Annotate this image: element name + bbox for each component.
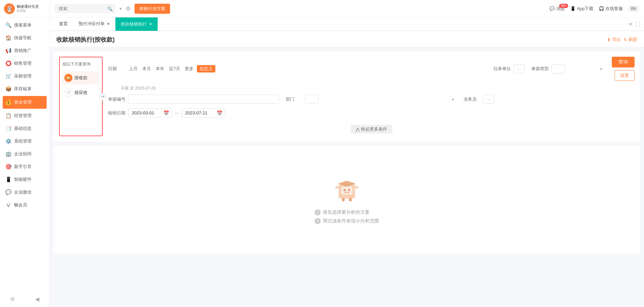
filter-option-receivable-label: 按应收 — [74, 90, 88, 96]
topbar-chevron-down-icon[interactable]: ▾ — [119, 6, 122, 11]
sidebar-item-guide[interactable]: 🎯 新手引导 — [0, 160, 49, 173]
sidebar-item-hardware-label: 智能硬件 — [14, 176, 32, 183]
sidebar-item-finance[interactable]: 💰 资金管理 — [3, 96, 47, 109]
filter-row-1: 日期 上月 本月 本年 近7天 更多 自定义 往来单位 ··· — [108, 57, 635, 81]
verify-date-field-group: 核销日期 📅 — 📅 — [108, 108, 635, 117]
date-shortcuts: 上月 本月 本年 近7天 更多 自定义 — [127, 65, 215, 72]
collapse-sidebar-icon[interactable]: ◀︎ — [33, 294, 41, 304]
sidebar-item-enterprise[interactable]: 🏢 企业协同 — [0, 148, 49, 160]
message-button[interactable]: 💬 消息 99+ — [549, 6, 565, 12]
user-avatar[interactable]: Rit — [628, 6, 639, 12]
filter-row-3: 核销日期 📅 — 📅 — [108, 108, 635, 117]
sidebar-item-marketing[interactable]: 📢 营销推广 — [0, 44, 49, 57]
verify-date-range: 📅 — 📅 — [128, 108, 225, 117]
date-btn-7days[interactable]: 近7天 — [168, 65, 181, 72]
filter-area: 按以下方案查询 💴 按收款 ⏱ 按应收 ≪ 日期 — [54, 51, 640, 142]
sidebar-item-wechat[interactable]: 💬 企业微信 — [0, 186, 49, 199]
date-btn-last-month[interactable]: 上月 — [127, 65, 139, 72]
tabs-actions: ✕ ⛶ — [629, 21, 640, 27]
collapse-more-label: 收起更多条件 — [361, 126, 387, 132]
empty-tips: 1 请先选择要分析的方案 2 用过滤条件来缩小分析范围 — [315, 209, 379, 227]
sidebar-item-sales[interactable]: ⭕ 销售管理 — [0, 57, 49, 70]
export-icon: ⬆ — [607, 37, 611, 42]
solution-button[interactable]: 体验行业方案 — [135, 4, 170, 14]
sidebar-item-hardware[interactable]: 📱 智能硬件 — [0, 173, 49, 186]
refresh-button[interactable]: ↻ 刷新 — [624, 37, 637, 43]
employee-select-btn[interactable]: ··· — [483, 95, 494, 104]
tip-1-number: 1 — [315, 209, 321, 215]
counterparty-select-btn[interactable]: ··· — [514, 64, 525, 73]
maximize-tab-icon[interactable]: ⛶ — [635, 21, 640, 27]
message-icon: 💬 — [549, 6, 555, 11]
sidebar-item-operations[interactable]: 📋 经营管理 — [0, 109, 49, 122]
topbar-gear-icon[interactable]: ⚙ — [126, 5, 130, 12]
tab-prepay-close-icon[interactable]: ✕ — [107, 21, 110, 26]
tab-home[interactable]: 首页 — [54, 17, 73, 31]
collapse-more-button[interactable]: ⋀ 收起更多条件 — [351, 125, 392, 134]
logo-text-wrap: 畅捷通好生意 标准版 — [17, 4, 39, 13]
logo-icon: 🐰 — [4, 3, 15, 14]
calendar-start-icon[interactable]: 📅 — [163, 110, 169, 116]
page-title: 收款核销执行(按收款) — [56, 36, 115, 44]
filter-row-2: 单据编号 部门 业务员 ··· — [108, 95, 635, 104]
svg-point-6 — [348, 189, 350, 191]
filter-form: 日期 上月 本月 本年 近7天 更多 自定义 往来单位 ··· — [108, 57, 635, 136]
svg-rect-9 — [342, 198, 344, 201]
sidebar-item-search[interactable]: 🔍 搜索菜单 — [0, 19, 49, 32]
empty-tip-2: 2 用过滤条件来缩小分析范围 — [315, 218, 379, 224]
settings-button[interactable]: 设置 — [614, 70, 635, 81]
calendar-end-icon[interactable]: 📅 — [217, 110, 222, 116]
service-icon: 🎧 — [599, 6, 604, 11]
date-btn-more[interactable]: 更多 — [183, 65, 195, 72]
search-input[interactable] — [55, 4, 115, 13]
filter-sidebar: 按以下方案查询 💴 按收款 ⏱ 按应收 ≪ — [59, 57, 103, 136]
date-unlimited-text: 不限 至 2023-07-26 — [121, 86, 156, 91]
settings-gear-icon[interactable]: ⚙ — [8, 294, 17, 304]
tab-prepay[interactable]: 预付冲应付单 ✕ — [73, 17, 115, 31]
refresh-label: 刷新 — [629, 37, 637, 43]
page-header: 收款核销执行(按收款) ⬆ 导出 ↻ 刷新 — [50, 31, 644, 47]
tab-collection[interactable]: 收款核销执行 ✕ — [115, 17, 158, 31]
doctype-select[interactable] — [551, 64, 565, 73]
filter-option-by-receivable[interactable]: ⏱ 按应收 — [62, 86, 99, 99]
sidebar-item-system[interactable]: ⚙️ 系统管理 — [0, 135, 49, 148]
close-tab-icon[interactable]: ✕ — [629, 21, 633, 27]
message-badge: 99+ — [559, 4, 568, 8]
filter-sidebar-title: 按以下方案查询 — [62, 61, 99, 67]
date-btn-this-month[interactable]: 本月 — [141, 65, 152, 72]
sidebar-item-member-label: 畅会员 — [14, 202, 27, 208]
inventory-icon: 📦 — [5, 86, 11, 92]
tab-prepay-label: 预付冲应付单 — [78, 21, 105, 27]
query-btn-group: 查询 设置 — [612, 57, 635, 81]
doctype-label: 单据类型 — [531, 66, 549, 72]
dept-select[interactable] — [305, 95, 319, 104]
online-service-button[interactable]: 🎧 在线客服 — [599, 6, 623, 12]
docno-input[interactable] — [128, 95, 279, 104]
sidebar-item-basicinfo[interactable]: 📑 基础信息 — [0, 122, 49, 135]
query-button[interactable]: 查询 — [612, 57, 635, 67]
svg-rect-10 — [349, 198, 352, 201]
sales-icon: ⭕ — [5, 60, 11, 66]
topbar-search-icon: 🔍 — [107, 6, 113, 11]
sidebar-item-purchase[interactable]: 🛒 采购管理 — [0, 70, 49, 83]
sidebar-item-basicinfo-label: 基础信息 — [14, 125, 32, 132]
sidebar-item-quicknav[interactable]: 🏠 快捷导航 — [0, 32, 49, 44]
filter-option-by-receipt[interactable]: 💴 按收款 — [62, 71, 99, 85]
date-btn-custom[interactable]: 自定义 — [197, 65, 215, 72]
date-btn-this-year[interactable]: 本年 — [154, 65, 166, 72]
sidebar-item-system-label: 系统管理 — [14, 138, 32, 144]
tab-collection-label: 收款核销执行 — [121, 21, 147, 27]
tab-collection-close-icon[interactable]: ✕ — [149, 22, 152, 27]
online-service-label: 在线客服 — [605, 6, 623, 12]
sidebar-item-inventory[interactable]: 📦 库存核算 — [0, 83, 49, 95]
tip-2-text: 用过滤条件来缩小分析范围 — [323, 218, 379, 224]
docno-field-group: 单据编号 — [108, 95, 279, 104]
filter-option-receipt-label: 按收款 — [74, 75, 88, 81]
export-button[interactable]: ⬆ 导出 — [607, 37, 621, 43]
app-download-button[interactable]: 📱 App下载 — [570, 6, 593, 12]
filter-sidebar-collapse-icon[interactable]: ≪ — [99, 93, 107, 100]
date-unlimited-wrap: 不限 至 2023-07-26 — [121, 86, 635, 91]
sidebar-item-member[interactable]: V 畅会员 — [0, 199, 49, 211]
counterparty-field-group: 往来单位 ··· — [493, 64, 525, 73]
search-wrap: 🔍 — [55, 4, 115, 13]
